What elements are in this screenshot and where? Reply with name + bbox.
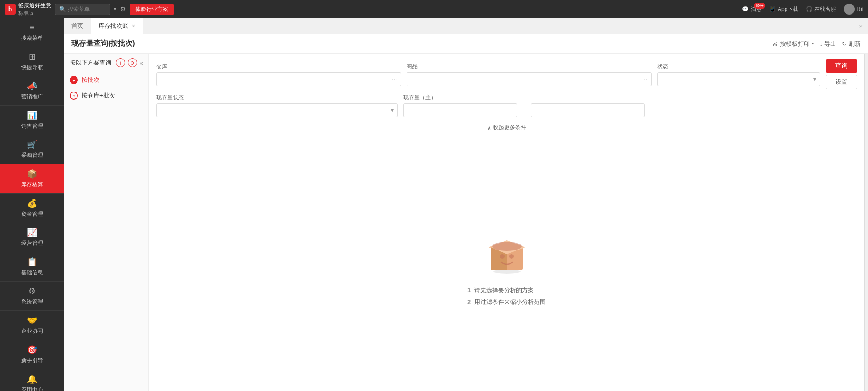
filter-row-2: 现存量状态 ▾ 现存量（主） [156,94,857,117]
refresh-label: 刷新 [849,40,861,48]
logo-icon: b [5,4,16,15]
quick-nav-icon: ⊞ [29,52,36,62]
trial-button[interactable]: 体验行业方案 [130,4,174,15]
online-service-action[interactable]: 🎧 在线客服 [806,5,836,13]
inventory-qty-min-input[interactable] [403,103,517,117]
collapse-panel-icon[interactable]: « [140,60,143,66]
sidebar-item-quick-nav[interactable]: ⊞ 快捷导航 [0,47,64,76]
sales-icon: 📊 [27,110,37,120]
finance-icon: 💰 [27,198,37,208]
phone-icon: 📱 [769,6,776,12]
inventory-qty-dash: — [519,107,529,114]
print-action[interactable]: 🖨 按模板打印 ▾ [772,40,814,48]
settings-button[interactable]: 设置 [826,75,857,89]
tab-close-icon[interactable]: × [132,23,135,29]
page-content: 现存量查询(按批次) 🖨 按模板打印 ▾ ↓ 导出 ↻ 刷新 [64,34,868,391]
inventory-qty-max-input[interactable] [531,103,645,117]
operation-icon: 📈 [27,228,37,238]
refresh-action[interactable]: ↻ 刷新 [842,40,861,48]
header-right: 💬 消息 99+ 📱 App下载 🎧 在线客服 Rit [742,4,863,15]
left-panel-actions: + ⊙ « [116,58,143,67]
tab-bar-close-right[interactable]: × [853,19,868,33]
sidebar-item-basic[interactable]: 📋 基础信息 [0,252,64,282]
search-menu-icon: ≡ [30,23,35,33]
sidebar-label-system: 系统管理 [21,298,43,306]
page-title: 现存量查询(按批次) [71,39,135,49]
right-scrollbar[interactable] [864,54,868,391]
filter-area: 仓库 ··· 商品 ··· [149,54,864,139]
product-input[interactable]: ··· [407,72,651,86]
sidebar-label-basic: 基础信息 [21,269,43,277]
app-download-label: App下载 [778,5,798,13]
sidebar-item-inventory[interactable]: 📦 库存核算 [0,164,64,194]
sidebar-item-marketing[interactable]: 📣 营销推广 [0,76,64,106]
collapse-row[interactable]: ∧ 收起更多条件 [156,122,857,133]
inventory-qty-range: — [403,103,645,117]
warehouse-dots[interactable]: ··· [392,76,397,83]
main-layout: ≡ 搜索菜单 ⊞ 快捷导航 📣 营销推广 📊 销售管理 🛒 采购管理 📦 库存核… [0,18,868,391]
inventory-status-group: 现存量状态 ▾ [156,94,398,117]
print-label: 按模板打印 [780,40,810,48]
notification-action[interactable]: 💬 消息 99+ [742,5,762,13]
marketing-icon: 📣 [27,81,37,91]
online-service-label: 在线客服 [814,5,836,13]
query-button[interactable]: 查询 [826,59,857,73]
sidebar-item-finance[interactable]: 💰 资金管理 [0,194,64,223]
scheme-label-by-warehouse-batch: 按仓库+批次 [82,92,115,100]
scheme-item-by-batch[interactable]: ● 按批次 [64,72,148,88]
header-dropdown-arrow[interactable]: ▾ [114,6,116,12]
tab-inventory-batch-label: 库存批次账 [99,22,128,30]
svg-point-2 [492,242,522,251]
svg-point-4 [509,254,514,259]
scheme-item-by-warehouse-batch[interactable]: ○ 按仓库+批次 [64,88,148,103]
user-name: Rit [857,6,863,12]
sidebar-item-system[interactable]: ⚙ 系统管理 [0,282,64,311]
sidebar-label-enterprise: 企业协同 [21,327,43,335]
page-body: 按以下方案查询 + ⊙ « ● [64,54,868,391]
sidebar-item-operation[interactable]: 📈 经营管理 [0,223,64,252]
sidebar-label-guide: 新手引导 [21,357,43,364]
svg-point-3 [500,254,505,259]
system-icon: ⚙ [28,286,36,296]
guide-icon: 🎯 [27,345,37,355]
enterprise-icon: 🤝 [27,315,37,326]
export-action[interactable]: ↓ 导出 [820,40,837,48]
status-select[interactable]: ▾ [657,72,820,86]
scheme-active-icon: ● [70,76,78,84]
sidebar-label-purchase: 采购管理 [21,152,43,159]
filter-row-1: 仓库 ··· 商品 ··· [156,59,857,89]
sidebar-item-enterprise[interactable]: 🤝 企业协同 [0,311,64,340]
right-panel: 仓库 ··· 商品 ··· [149,54,864,391]
company-name: 畅康通好生意 [18,2,51,10]
sidebar-item-appstore[interactable]: 🔔 应用中心 [0,369,64,391]
sidebar: ≡ 搜索菜单 ⊞ 快捷导航 📣 营销推广 📊 销售管理 🛒 采购管理 📦 库存核… [0,18,64,391]
print-dropdown-icon[interactable]: ▾ [812,41,814,47]
tab-inventory-batch[interactable]: 库存批次账 × [91,18,143,34]
logo-area: b 畅康通好生意 标准版 [5,2,51,16]
purchase-icon: 🛒 [27,140,37,150]
avatar [844,4,855,15]
page-header: 现存量查询(按批次) 🖨 按模板打印 ▾ ↓ 导出 ↻ 刷新 [64,34,868,54]
sidebar-item-purchase[interactable]: 🛒 采购管理 [0,135,64,164]
sidebar-item-search-menu[interactable]: ≡ 搜索菜单 [0,18,64,47]
left-panel-header: 按以下方案查询 + ⊙ « [64,54,148,72]
tab-bar: 首页 库存批次账 × × [64,18,868,34]
user-action[interactable]: Rit [844,4,863,15]
product-dots[interactable]: ··· [642,76,648,83]
header-gear-icon[interactable]: ⚙ [120,5,126,13]
sidebar-item-guide[interactable]: 🎯 新手引导 [0,340,64,369]
sidebar-item-sales[interactable]: 📊 销售管理 [0,106,64,135]
inventory-status-select[interactable]: ▾ [156,103,398,117]
warehouse-input[interactable]: ··· [156,72,401,86]
add-scheme-button[interactable]: + [116,58,125,67]
left-panel-title: 按以下方案查询 [70,59,111,67]
left-panel: 按以下方案查询 + ⊙ « ● [64,54,149,391]
empty-state: 请先选择要分析的方案 用过滤条件来缩小分析范围 [149,139,864,391]
product-label: 商品 [407,63,651,71]
scheme-settings-button[interactable]: ⊙ [128,58,137,67]
tab-home[interactable]: 首页 [64,18,91,34]
app-download-action[interactable]: 📱 App下载 [769,5,798,13]
basic-icon: 📋 [27,257,37,267]
status-chevron-icon: ▾ [813,76,816,82]
warehouse-label: 仓库 [156,63,401,71]
